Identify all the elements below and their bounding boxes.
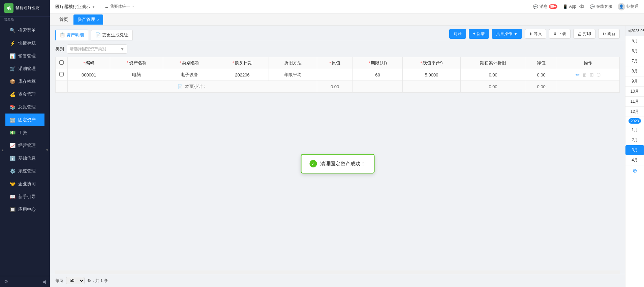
chevron-down-icon: ▼ — [92, 5, 95, 9]
subtotal-original: 0.00 — [317, 81, 353, 93]
calendar-month-3[interactable]: 3月 — [625, 145, 644, 155]
sidebar: 畅 畅捷通好业财 普及版 ▲ 🔍 搜索菜单 ⚡ 快捷导航 📊 销售管理 🛒 采购… — [0, 0, 50, 287]
calendar-month-5[interactable]: 5月 — [625, 36, 644, 46]
salary-icon: 💵 — [9, 130, 16, 135]
sidebar-item-quick-nav[interactable]: ⚡ 快捷导航 — [5, 37, 44, 50]
app-download-button[interactable]: 📱 App下载 — [563, 4, 584, 9]
message-button[interactable]: 💬 消息 99+ — [533, 4, 557, 9]
tab-asset-management[interactable]: 资产管理 × — [73, 14, 103, 25]
sidebar-scroll-up[interactable]: ▲ — [0, 24, 5, 276]
table-row: 000001 电脑 电子设备 202206 年限平均 60 5.0000 0.0… — [56, 69, 620, 81]
header-left: 医疗器械行业演示 ▼ | ☁ 我要体验一下 — [55, 4, 134, 10]
sales-icon: 📊 — [9, 53, 16, 59]
toast-overlay: ✓ 清理固定资产成功！ — [301, 154, 374, 173]
sidebar-item-fixed-assets[interactable]: 🏢 固定资产 — [5, 114, 44, 126]
sidebar-item-enterprise[interactable]: 🤝 企业协同 — [5, 178, 44, 190]
app-center-icon: 🔲 — [9, 207, 16, 212]
sidebar-bottom: ⚙ ◀ — [0, 276, 50, 287]
filter-label: 类别 — [55, 46, 64, 52]
calendar-month-9[interactable]: 9月 — [625, 76, 644, 87]
calendar-month-4[interactable]: 4月 — [625, 155, 644, 165]
per-page-select[interactable]: 50 100 — [66, 277, 85, 284]
sidebar-scroll-down[interactable]: ▼ — [44, 24, 50, 276]
sub-tab-voucher-gen[interactable]: 📄 变更生成凭证 — [91, 30, 133, 40]
sidebar-item-system[interactable]: ⚙️ 系统管理 — [5, 165, 44, 178]
sidebar-item-salary[interactable]: 💵 工资 — [5, 126, 44, 139]
sidebar-item-app-center[interactable]: 🔲 应用中心 — [5, 203, 44, 216]
edit-icon[interactable]: ✏ — [576, 72, 580, 77]
calendar-month-7[interactable]: 7月 — [625, 56, 644, 66]
online-service-button[interactable]: 💬 在线客服 — [590, 4, 612, 9]
import-button[interactable]: ⬆ 导入 — [525, 29, 546, 39]
row-net-value: 0.00 — [526, 69, 557, 81]
row-original-value — [317, 69, 353, 81]
dropdown-icon: ▼ — [514, 32, 518, 36]
sidebar-item-sales[interactable]: 📊 销售管理 — [5, 50, 44, 62]
calendar-month-1[interactable]: 1月 — [625, 125, 644, 135]
calendar-month-2[interactable]: 2月 — [625, 135, 644, 145]
tab-home[interactable]: 首页 — [55, 14, 72, 25]
sidebar-item-inventory[interactable]: 📦 库存核算 — [5, 75, 44, 88]
user-profile[interactable]: 👤 畅捷通 — [618, 3, 639, 10]
duizhang-button[interactable]: 对账 — [449, 29, 466, 39]
calendar-year-month: 2023.03 — [631, 29, 644, 33]
settings-icon[interactable]: ⚙ — [4, 279, 8, 284]
sub-tab-icon: 📋 — [60, 32, 65, 37]
sidebar-item-purchase[interactable]: 🛒 采购管理 — [5, 62, 44, 75]
more-icon[interactable]: ⬡ — [596, 72, 601, 77]
select-all-checkbox[interactable] — [59, 60, 64, 65]
batch-ops-button[interactable]: 批量操作 ▼ — [492, 29, 522, 39]
calendar-prev[interactable]: ◀ — [627, 28, 631, 34]
refresh-button[interactable]: ↻ 刷新 — [598, 29, 620, 39]
sidebar-item-search[interactable]: 🔍 搜索菜单 — [5, 24, 44, 37]
success-icon: ✓ — [309, 160, 317, 167]
header-code: *编码 — [68, 57, 110, 69]
sidebar-item-funds[interactable]: 💰 资金管理 — [5, 88, 44, 101]
sidebar-item-guide[interactable]: 📖 新手引导 — [5, 190, 44, 203]
calendar-month-10[interactable]: 10月 — [625, 87, 644, 97]
table-container: 📋 资产明细 📄 变更生成凭证 对账 + 新增 批量操作 ▼ — [50, 26, 625, 287]
company-selector[interactable]: 医疗器械行业演示 ▼ — [55, 4, 95, 10]
experience-button[interactable]: ☁ 我要体验一下 — [104, 4, 134, 9]
subtotal-accumulated: 0.00 — [460, 81, 526, 93]
sidebar-item-ledger[interactable]: 📚 总账管理 — [5, 101, 44, 114]
header-original-value: *原值 — [317, 57, 353, 69]
main-content: 医疗器械行业演示 ▼ | ☁ 我要体验一下 💬 消息 99+ 📱 App下载 💬… — [50, 0, 644, 287]
sidebar-item-operations[interactable]: 📈 经营管理 — [5, 139, 44, 152]
calendar-month-6[interactable]: 6月 — [625, 46, 644, 56]
sub-tab-asset-list[interactable]: 📋 资产明细 — [55, 30, 88, 40]
purchase-icon: 🛒 — [9, 66, 16, 71]
row-checkbox[interactable] — [59, 72, 64, 76]
tab-close-icon[interactable]: × — [97, 18, 99, 22]
calendar-month-12[interactable]: 12月 — [625, 107, 644, 117]
category-select[interactable]: 请选择固定资产类别 ▼ — [67, 44, 127, 54]
action-icons: ✏ 🗑 ⊞ ⬡ — [560, 72, 616, 77]
calendar-down-icon: ⊕ — [633, 167, 637, 174]
calendar-month-8[interactable]: 8月 — [625, 66, 644, 76]
calendar-year-badge: 2023 — [628, 118, 641, 124]
experience-icon: ☁ — [104, 4, 109, 9]
sidebar-item-basic-info[interactable]: ℹ️ 基础信息 — [5, 152, 44, 165]
filter-bar: 类别 请选择固定资产类别 ▼ — [50, 41, 625, 57]
header-net-value: 净值 — [526, 57, 557, 69]
calendar-down-nav[interactable]: ⊕ — [631, 165, 639, 176]
header-right: 💬 消息 99+ 📱 App下载 💬 在线客服 👤 畅捷通 — [533, 3, 639, 10]
calendar-month-11[interactable]: 11月 — [625, 97, 644, 107]
download-button[interactable]: ⬇ 下载 — [549, 29, 571, 39]
enterprise-icon: 🤝 — [9, 181, 16, 187]
subtotal-row: 📄 本页小计： 0.00 0.00 0.00 — [56, 81, 620, 93]
row-accumulated: 0.00 — [460, 69, 526, 81]
message-badge: 99+ — [549, 4, 557, 9]
header-category: *类别名称 — [163, 57, 216, 69]
collapse-icon[interactable]: ◀ — [42, 279, 46, 284]
delete-icon[interactable]: 🗑 — [582, 72, 587, 77]
new-button[interactable]: + 新增 — [469, 29, 489, 39]
avatar-icon: 👤 — [618, 3, 625, 10]
sub-tabs-left: 📋 资产明细 📄 变更生成凭证 — [55, 30, 133, 40]
search-icon: 🔍 — [9, 28, 16, 33]
horizontal-scrollbar[interactable] — [55, 270, 620, 274]
voucher-icon: 📄 — [95, 32, 101, 37]
row-residual-rate: 5.0000 — [403, 69, 460, 81]
print-button[interactable]: 🖨 打印 — [573, 29, 595, 39]
copy-icon[interactable]: ⊞ — [590, 72, 594, 77]
